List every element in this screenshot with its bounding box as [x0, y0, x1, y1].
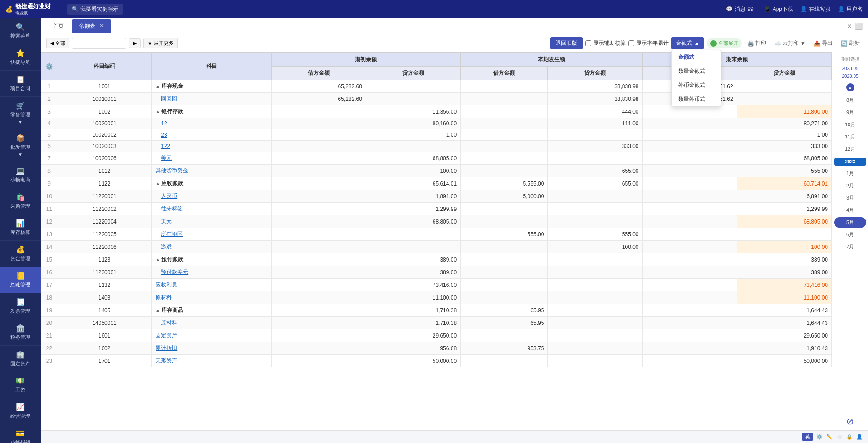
year-checkbox-input[interactable] — [628, 40, 634, 46]
account-name-cell[interactable]: 美元 — [152, 215, 272, 228]
account-name-cell[interactable]: 23 — [152, 129, 272, 141]
amount-cell: 555.00 — [548, 228, 642, 241]
month-4[interactable]: 4月 — [834, 205, 866, 215]
edit-status-btn[interactable]: ✏️ — [826, 434, 833, 440]
account-name-cell[interactable]: 原材料 — [152, 291, 272, 304]
table-row: 20 — [41, 317, 57, 329]
content-area: 首页 余额表 ✕ ✕ ⬜ ◀ 全部 ▶ — [41, 18, 868, 443]
month-8[interactable]: 8月 — [834, 95, 866, 105]
month-3[interactable]: 3月 — [834, 193, 866, 203]
account-name-cell[interactable]: ▲ 预付账款 — [152, 253, 272, 266]
month-12[interactable]: 12月 — [834, 144, 866, 154]
lock-status-btn[interactable]: 🔒 — [846, 434, 853, 440]
tab-close-balance[interactable]: ✕ — [99, 23, 104, 29]
sidebar-item-project[interactable]: 📋 项目合同 — [0, 71, 41, 97]
header-account-name: 科目 — [152, 53, 272, 80]
month-7[interactable]: 7月 — [834, 242, 866, 252]
cloud-status-btn[interactable]: ☁️ — [836, 434, 843, 440]
month-1[interactable]: 1月 — [834, 168, 866, 179]
sidebar-item-capital[interactable]: 💰 资金管理 — [0, 241, 41, 267]
account-name-cell[interactable]: 应收利息 — [152, 279, 272, 291]
sidebar-item-purchase[interactable]: 🛍️ 采购管理 — [0, 188, 41, 214]
account-name-cell[interactable]: 原材料 — [152, 317, 272, 329]
sidebar-item-expense[interactable]: 💳 小畅报销 — [0, 424, 41, 443]
account-name-cell[interactable]: 预付款美元 — [152, 266, 272, 279]
expand-all-toggle[interactable]: 全部展开 — [707, 38, 742, 48]
sidebar-item-ledger[interactable]: 📒 总账管理 — [0, 267, 41, 293]
sidebar-item-search[interactable]: 🔍 搜索菜单 — [0, 18, 41, 44]
view-mode-qty-foreign[interactable]: 数量外币式 — [672, 92, 721, 106]
online-service-btn[interactable]: 👤 在线客服 — [800, 5, 830, 13]
account-search-input[interactable] — [72, 38, 126, 49]
cloud-print-btn[interactable]: ☁️ 云打印 ▼ — [772, 38, 808, 49]
app-download-btn[interactable]: 📱 App下载 — [764, 5, 793, 13]
sidebar-item-ecommerce[interactable]: 💻 小畅电商 — [0, 162, 41, 188]
sidebar-item-inventory[interactable]: 📊 库存核算 — [0, 214, 41, 241]
tab-balance[interactable]: 余额表 ✕ — [72, 19, 111, 33]
account-name-cell[interactable]: 固定资产 — [152, 329, 272, 342]
sidebar-item-payroll[interactable]: 💵 工资 — [0, 372, 41, 398]
sidebar-item-management[interactable]: 📈 经营管理 — [0, 398, 41, 424]
table-settings-icon[interactable]: ⚙️ — [45, 63, 53, 70]
view-mode-btn[interactable]: 金额式 ▲ — [671, 37, 704, 49]
month-11[interactable]: 11月 — [834, 132, 866, 142]
nav-forward-btn[interactable]: ▶ — [129, 38, 141, 48]
view-mode-foreign[interactable]: 外币金额式 — [672, 78, 721, 92]
month-5[interactable]: 5月 — [834, 217, 866, 228]
user-avatar[interactable]: 👤 用户名 — [838, 5, 863, 13]
show-year-checkbox[interactable]: 显示本年累计 — [628, 39, 669, 47]
sidebar-item-assets[interactable]: 🏢 固定资产 — [0, 346, 41, 372]
month-10[interactable]: 10月 — [834, 119, 866, 130]
expand-more-btn[interactable]: ▼ 展开更多 — [143, 38, 178, 48]
sidebar-item-retail[interactable]: 🛒 零售管理 ▼ — [0, 97, 41, 129]
user-status-btn[interactable]: 👤 — [856, 434, 863, 440]
amount-cell: 1,299.99 — [737, 203, 831, 215]
account-name-cell[interactable]: 回回回 — [152, 93, 272, 105]
account-name-cell[interactable]: 无形资产 — [152, 355, 272, 367]
account-name-cell[interactable]: 所在地区 — [152, 228, 272, 241]
nav-back-btn[interactable]: ◀ 全部 — [46, 38, 69, 48]
account-name-cell[interactable]: 其他货币资金 — [152, 165, 272, 177]
notifications-btn[interactable]: 💬 消息 99+ — [726, 5, 756, 13]
scroll-up-btn[interactable]: ▲ — [846, 83, 854, 91]
header-settings[interactable]: ⚙️ — [41, 53, 57, 80]
account-name-cell[interactable]: ▲ 库存商品 — [152, 304, 272, 317]
lang-switch-btn[interactable]: 英 — [802, 433, 813, 441]
month-2[interactable]: 2月 — [834, 181, 866, 191]
account-name-cell[interactable]: 122 — [152, 141, 272, 152]
sidebar-item-invoice[interactable]: 🧾 发票管理 — [0, 293, 41, 319]
view-mode-dropdown[interactable]: 金额式 ▲ 金额式 数量金额式 外币金额式 数量外币式 — [671, 37, 704, 49]
refresh-btn[interactable]: 🔄 刷新 — [838, 38, 863, 49]
show-aux-checkbox[interactable]: 显示辅助核算 — [585, 39, 626, 47]
month-9[interactable]: 9月 — [834, 107, 866, 118]
account-name-cell[interactable]: ▲ 库存现金 — [152, 80, 272, 93]
aux-checkbox-input[interactable] — [585, 40, 591, 46]
account-name-cell[interactable]: 12 — [152, 118, 272, 129]
toggle-dot — [710, 40, 717, 47]
print-btn[interactable]: 🖨️ 打印 — [745, 38, 769, 49]
settings-status-btn[interactable]: ⚙️ — [816, 434, 823, 440]
tab-close-window[interactable]: ✕ — [847, 23, 852, 30]
account-name-cell[interactable]: ▲ 银行存款 — [152, 105, 272, 118]
account-name-cell[interactable]: 往来标签 — [152, 203, 272, 215]
return-old-btn[interactable]: 退回旧版 — [550, 37, 583, 49]
demo-link[interactable]: 🔍 我要看实例演示 — [67, 4, 123, 15]
account-name-cell[interactable]: 累计折旧 — [152, 342, 272, 355]
sidebar-item-quicknav[interactable]: ⭐ 快捷导航 — [0, 44, 41, 71]
collapse-right-panel-btn[interactable]: ⊘ — [846, 416, 854, 427]
account-name-cell[interactable]: 游戏 — [152, 241, 272, 253]
account-name-cell[interactable]: 人民币 — [152, 190, 272, 203]
account-name-cell[interactable]: 美元 — [152, 152, 272, 165]
account-name-cell[interactable]: ▲ 应收账款 — [152, 177, 272, 190]
sidebar-item-wholesale[interactable]: 📦 批发管理 ▼ — [0, 129, 41, 162]
money-icon: 💰 — [16, 245, 25, 254]
export-btn[interactable]: 📤 导出 — [811, 38, 835, 49]
year-2023[interactable]: 2023 — [834, 158, 866, 166]
view-mode-qty-amount[interactable]: 数量金额式 — [672, 64, 721, 78]
tab-home[interactable]: 首页 — [46, 19, 71, 33]
tab-minimize-window[interactable]: ⬜ — [855, 23, 863, 30]
view-mode-amount[interactable]: 金额式 — [672, 50, 721, 64]
scroll-up-icon[interactable]: ▲ — [846, 83, 854, 91]
month-6[interactable]: 6月 — [834, 229, 866, 240]
sidebar-item-tax[interactable]: 🏛️ 税务管理 — [0, 319, 41, 346]
